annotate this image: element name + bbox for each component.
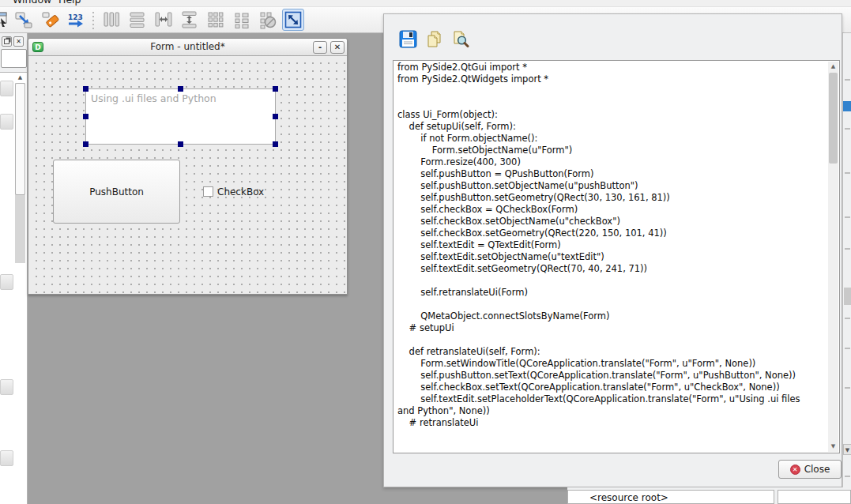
lay-out-vertically-button[interactable]: [126, 9, 149, 31]
selection-handle[interactable]: [83, 141, 88, 147]
resource-tree[interactable]: <resource root>: [567, 490, 774, 504]
close-button[interactable]: ✕ Close: [778, 460, 842, 479]
code-line: self.textEdit = QTextEdit(Form): [397, 239, 827, 251]
form-close-button[interactable]: ✕: [330, 41, 345, 54]
edit-widgets-button[interactable]: [0, 9, 12, 31]
widget-filter-input[interactable]: [1, 49, 27, 68]
widget-box-list[interactable]: ▲: [0, 72, 27, 504]
view-code-dialog: from PySide2.QtGui import *from PySide2.…: [383, 13, 842, 487]
lay-out-form-layout-button[interactable]: [231, 9, 253, 31]
widget-category-row[interactable]: [0, 379, 13, 395]
svg-text:123: 123: [68, 13, 83, 21]
edit-tab-order-button[interactable]: 123: [65, 9, 87, 31]
selected-row-edge[interactable]: [843, 101, 851, 111]
scroll-down-icon[interactable]: ▼: [828, 442, 838, 452]
scroll-up-icon[interactable]: ▲: [15, 73, 25, 82]
code-line: from PySide2.QtWidgets import *: [397, 73, 827, 85]
lay-out-horizontal-splitter-button[interactable]: [153, 9, 175, 31]
panel-row-edge: [845, 476, 850, 477]
widget-category-row[interactable]: [0, 450, 13, 466]
code-line: self.pushButton.setObjectName(u"pushButt…: [397, 180, 827, 192]
edit-tab-order-icon: 123: [66, 10, 85, 29]
code-dialog-toolbar: [384, 14, 842, 55]
code-line: self.pushButton.setGeometry(QRect(30, 13…: [397, 192, 827, 204]
splitter-vertical-icon: [180, 10, 199, 29]
code-line: def setupUi(self, Form):: [397, 121, 827, 133]
dock-close-button[interactable]: ✕: [13, 36, 24, 47]
lay-out-horizontally-button[interactable]: [100, 9, 122, 31]
edit-signals-slots-button[interactable]: [13, 9, 35, 31]
edit-signals-slots-icon: [14, 10, 33, 29]
save-button[interactable]: [397, 28, 418, 49]
form-minimize-button[interactable]: -: [313, 41, 327, 54]
lay-out-grid-button[interactable]: [205, 9, 227, 31]
close-icon: ✕: [16, 38, 21, 45]
code-line: Form.resize(400, 300): [397, 156, 827, 168]
selection-handle[interactable]: [178, 86, 183, 92]
code-line: [397, 299, 827, 310]
find-button[interactable]: [450, 28, 470, 49]
textedit-placeholder: Using .ui files and Python: [91, 92, 217, 104]
code-scrollbar[interactable]: ▲ ▼: [828, 62, 838, 452]
pushbutton-widget[interactable]: PushButton: [53, 160, 180, 224]
code-line: if not Form.objectName():: [397, 133, 827, 145]
code-line: self.pushButton.setText(QCoreApplication…: [397, 370, 827, 382]
menubar: Window Help: [0, 0, 851, 7]
widget-box-scrollbar[interactable]: [15, 83, 25, 263]
form-canvas[interactable]: Using .ui files and Python PushButton Ch…: [29, 56, 346, 293]
scrollbar-thumb[interactable]: [15, 83, 25, 195]
selection-handle[interactable]: [178, 141, 183, 147]
selection-handle[interactable]: [273, 141, 278, 147]
layout-vertical-icon: [128, 10, 147, 29]
resource-detail-pane[interactable]: [778, 490, 851, 504]
copy-icon: [425, 30, 443, 48]
panel-scroll-thumb[interactable]: [844, 288, 851, 305]
float-icon: [4, 39, 9, 44]
qt-designer-screen: Window Help 123: [0, 0, 851, 504]
dock-float-button[interactable]: [2, 36, 12, 47]
selection-handle[interactable]: [273, 86, 278, 92]
code-line: from PySide2.QtGui import *: [397, 62, 827, 73]
panel-row-edge: [845, 348, 850, 349]
code-line: self.checkBox.setObjectName(u"checkBox"): [397, 216, 827, 228]
checkbox-indicator[interactable]: [203, 186, 213, 197]
checkbox-widget[interactable]: CheckBox: [203, 175, 283, 208]
combo-dropdown-icon[interactable]: ▼: [843, 444, 851, 455]
selection-handle[interactable]: [83, 86, 88, 92]
widget-category-row[interactable]: [0, 114, 13, 130]
selection-handle[interactable]: [83, 114, 88, 119]
widget-category-row[interactable]: [0, 81, 13, 96]
close-button-label: Close: [804, 464, 830, 475]
form-window-titlebar[interactable]: D Form - untitled* - ✕: [28, 39, 347, 56]
resource-browser-panel: <resource root>: [567, 487, 851, 504]
widget-box-panel: ✕ ▲: [0, 33, 28, 504]
menu-window[interactable]: Window: [13, 0, 51, 6]
edit-buddies-button[interactable]: [40, 9, 62, 31]
code-line: self.checkBox.setGeometry(QRect(220, 150…: [397, 228, 827, 239]
splitter-horizontal-icon: [154, 10, 173, 29]
panel-row-edge: [845, 248, 850, 250]
code-line: def retranslateUi(self, Form):: [397, 346, 827, 358]
panel-row-edge: [845, 318, 850, 319]
form-editor-window: D Form - untitled* - ✕ Using .ui files a…: [28, 38, 348, 295]
menu-help[interactable]: Help: [58, 0, 81, 6]
code-line: self.pushButton = QPushButton(Form): [397, 168, 827, 180]
code-line: [397, 97, 827, 109]
find-icon: [451, 30, 469, 48]
resource-root-item[interactable]: <resource root>: [589, 492, 668, 503]
toolbar-separator: [92, 12, 94, 29]
form-window-title: Form - untitled*: [28, 41, 347, 52]
adjust-size-button[interactable]: [282, 9, 304, 31]
code-line: self.checkBox = QCheckBox(Form): [397, 204, 827, 216]
layout-form-icon: [232, 10, 251, 29]
copy-button[interactable]: [424, 28, 444, 49]
lay-out-vertical-splitter-button[interactable]: [179, 9, 201, 31]
scrollbar-thumb[interactable]: [829, 73, 838, 164]
textedit-widget[interactable]: Using .ui files and Python: [85, 88, 276, 145]
widget-category-row[interactable]: [0, 274, 13, 290]
break-layout-icon: [258, 10, 277, 29]
code-text-area[interactable]: from PySide2.QtGui import *from PySide2.…: [393, 60, 840, 453]
selection-handle[interactable]: [273, 114, 278, 119]
scroll-up-icon[interactable]: ▲: [828, 62, 838, 72]
break-layout-button[interactable]: [257, 9, 279, 31]
